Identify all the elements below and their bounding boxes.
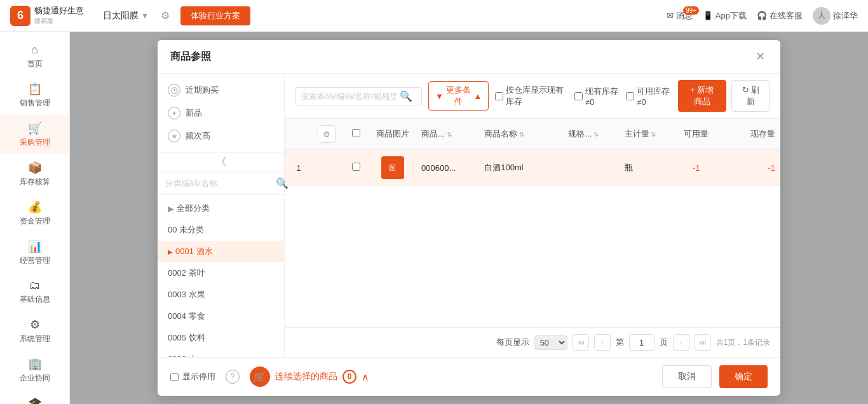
cat-label-0001: 0001 酒水 bbox=[175, 246, 213, 257]
col-header-num bbox=[285, 119, 313, 150]
cancel-button[interactable]: 取消 bbox=[662, 365, 712, 388]
page-next-btn[interactable]: › bbox=[673, 334, 689, 351]
modal-body: 🕐 近期购买 ✦ 新品 ★ 频次高 《 bbox=[158, 74, 780, 357]
cat-item-all[interactable]: ▶ 全部分类 bbox=[158, 198, 284, 219]
tab-frequent-label: 频次高 bbox=[186, 130, 210, 142]
table-settings-icon[interactable]: ⚙ bbox=[318, 125, 336, 143]
add-product-btn[interactable]: + 新增商品 bbox=[678, 80, 726, 112]
help-icon[interactable]: ? bbox=[226, 370, 240, 384]
message-item[interactable]: ✉ 消息 99+ bbox=[667, 10, 693, 22]
right-panel: 🔍 ▼ 更多条件 ▲ 按仓库显示现有库存 bbox=[285, 74, 780, 357]
modal-title: 商品参照 bbox=[170, 50, 211, 64]
tab-frequent[interactable]: ★ 频次高 bbox=[158, 125, 284, 147]
cat-item-0004[interactable]: 0004 零食 bbox=[158, 306, 284, 327]
page-last-btn[interactable]: ⏭ bbox=[695, 334, 711, 351]
guide-icon: 🎓 bbox=[28, 396, 42, 404]
col-header-avail: 可用量 bbox=[668, 119, 724, 150]
cat-label-0003: 0003 水果 bbox=[168, 289, 205, 300]
sidebar-label-sales: 销售管理 bbox=[20, 98, 50, 109]
headset-icon: 🎧 bbox=[757, 11, 767, 20]
sidebar-label-enterprise: 企业协同 bbox=[20, 373, 50, 384]
row-checkbox[interactable] bbox=[344, 150, 369, 186]
checkbox-avail-ne0-input[interactable] bbox=[626, 92, 634, 100]
app-download-item[interactable]: 📱 App下载 bbox=[703, 10, 747, 22]
logo-text: 畅捷通好生意 bbox=[34, 6, 84, 17]
logo-text-area: 畅捷通好生意 捷易版 bbox=[34, 6, 84, 25]
confirm-button[interactable]: 确定 bbox=[719, 365, 768, 388]
select-all-checkbox[interactable] bbox=[352, 129, 360, 137]
cat-item-0003[interactable]: 0003 水果 bbox=[158, 284, 284, 306]
checkbox-avail-ne0[interactable]: 可用库存≠0 bbox=[626, 86, 671, 107]
sidebar-item-sales[interactable]: 📋 销售管理 bbox=[0, 76, 69, 115]
cat-item-0005[interactable]: 0005 饮料 bbox=[158, 327, 284, 349]
experience-btn[interactable]: 体验行业方案 bbox=[180, 6, 250, 25]
modal-overlay: 商品参照 ✕ 🕐 近期购买 ✦ 新 bbox=[70, 32, 868, 404]
pagination: 每页显示 50 20 100 ⏮ ‹ 第 页 › bbox=[285, 327, 780, 357]
checkbox-warehouse-label: 按仓库显示现有库存 bbox=[506, 84, 568, 107]
collapse-cart-icon[interactable]: ∧ bbox=[362, 371, 369, 383]
main-layout: ⌂ 首页 📋 销售管理 🛒 采购管理 📦 库存核算 💰 资金管理 📊 经营管理 … bbox=[0, 32, 868, 404]
show-disabled-checkbox[interactable]: 显示停用 bbox=[170, 371, 215, 382]
sidebar-item-home[interactable]: ⌂ 首页 bbox=[0, 37, 69, 76]
sidebar-item-finance[interactable]: 💰 资金管理 bbox=[0, 194, 69, 233]
col-header-code[interactable]: 商品... bbox=[416, 119, 479, 150]
sidebar-item-system[interactable]: ⚙ 系统管理 bbox=[0, 311, 69, 351]
message-icon: ✉ bbox=[667, 11, 674, 20]
table-header: ⚙ 商品图片 商品... 商品名称 规格... bbox=[285, 119, 780, 150]
col-header-spec[interactable]: 规格... bbox=[563, 119, 619, 150]
inventory-icon: 📦 bbox=[28, 161, 42, 175]
product-img: 图 bbox=[381, 156, 404, 179]
category-search-input[interactable] bbox=[165, 178, 272, 188]
search-icon[interactable]: 🔍 bbox=[400, 90, 412, 102]
page-first-btn[interactable]: ⏮ bbox=[573, 334, 589, 351]
close-icon[interactable]: ✕ bbox=[752, 49, 768, 64]
checkbox-stock-ne0-input[interactable] bbox=[574, 92, 583, 100]
nav-selector-label: 日太阳膜 bbox=[103, 10, 139, 22]
cat-item-0008[interactable]: 0008 水 bbox=[158, 349, 284, 357]
sidebar-item-basic[interactable]: 🗂 基础信息 bbox=[0, 273, 69, 311]
show-disabled-input[interactable] bbox=[170, 373, 179, 381]
arrow-icon: ▶ bbox=[168, 204, 174, 213]
col-header-stock: 现存量 bbox=[724, 119, 780, 150]
sidebar-item-guide[interactable]: 🎓 新手引导 bbox=[0, 390, 69, 404]
refresh-btn[interactable]: ↻ 刷新 bbox=[731, 80, 770, 112]
tab-recent[interactable]: 🕐 近期购买 bbox=[158, 79, 284, 102]
cat-item-0002[interactable]: 0002 茶叶 bbox=[158, 262, 284, 284]
cat-item-0001[interactable]: ▶ 0001 酒水 bbox=[158, 241, 284, 262]
col-header-unit[interactable]: 主计量 bbox=[620, 119, 668, 150]
collapse-panel-btn[interactable]: 《 bbox=[158, 153, 284, 172]
cat-item-00[interactable]: 00 未分类 bbox=[158, 219, 284, 241]
cart-area: 🛒 连续选择的商品 0 ∧ bbox=[250, 367, 369, 387]
page-size-select[interactable]: 50 20 100 bbox=[534, 335, 567, 350]
category-list: ▶ 全部分类 00 未分类 ▶ 0001 酒水 0002 茶 bbox=[158, 195, 284, 357]
page-prev-btn[interactable]: ‹ bbox=[594, 334, 611, 351]
checkbox-stock-ne0[interactable]: 现有库存≠0 bbox=[574, 86, 620, 107]
col-header-name[interactable]: 商品名称 bbox=[479, 119, 563, 150]
gear-icon[interactable]: ⚙ bbox=[155, 6, 175, 26]
online-service-item[interactable]: 🎧 在线客服 bbox=[757, 10, 803, 22]
search-input[interactable] bbox=[301, 91, 396, 101]
table-row[interactable]: 1 图 000600... bbox=[285, 150, 780, 186]
filter-btn[interactable]: ▼ 更多条件 ▲ bbox=[428, 81, 489, 111]
cat-label-all: 全部分类 bbox=[177, 203, 210, 214]
row-avail: -1 bbox=[668, 150, 724, 186]
page-input[interactable] bbox=[629, 334, 654, 351]
nav-right: ✉ 消息 99+ 📱 App下载 🎧 在线客服 人 徐泽华 bbox=[667, 7, 858, 25]
row-spec bbox=[563, 150, 619, 186]
purchase-icon: 🛒 bbox=[28, 121, 42, 135]
nav-selector[interactable]: 日太阳膜 ▼ bbox=[97, 0, 155, 32]
logo-area: 6 畅捷通好生意 捷易版 bbox=[10, 6, 84, 26]
sidebar-item-enterprise[interactable]: 🏢 企业协同 bbox=[0, 351, 69, 390]
checkbox-warehouse-input[interactable] bbox=[495, 92, 503, 100]
user-item[interactable]: 人 徐泽华 bbox=[813, 7, 858, 25]
app-download-label: App下载 bbox=[715, 10, 747, 22]
checkbox-warehouse[interactable]: 按仓库显示现有库存 bbox=[495, 84, 568, 107]
sidebar-item-inventory[interactable]: 📦 库存核算 bbox=[0, 154, 69, 194]
sidebar-item-purchase[interactable]: 🛒 采购管理 bbox=[0, 115, 69, 154]
tab-new[interactable]: ✦ 新品 bbox=[158, 102, 284, 125]
row-code: 000600... bbox=[416, 150, 479, 186]
cart-icon[interactable]: 🛒 bbox=[250, 367, 270, 387]
row-select-checkbox[interactable] bbox=[352, 163, 360, 171]
sidebar-item-operations[interactable]: 📊 经营管理 bbox=[0, 233, 69, 273]
top-nav: 6 畅捷通好生意 捷易版 日太阳膜 ▼ ⚙ 体验行业方案 ✉ 消息 99+ 📱 … bbox=[0, 0, 868, 32]
